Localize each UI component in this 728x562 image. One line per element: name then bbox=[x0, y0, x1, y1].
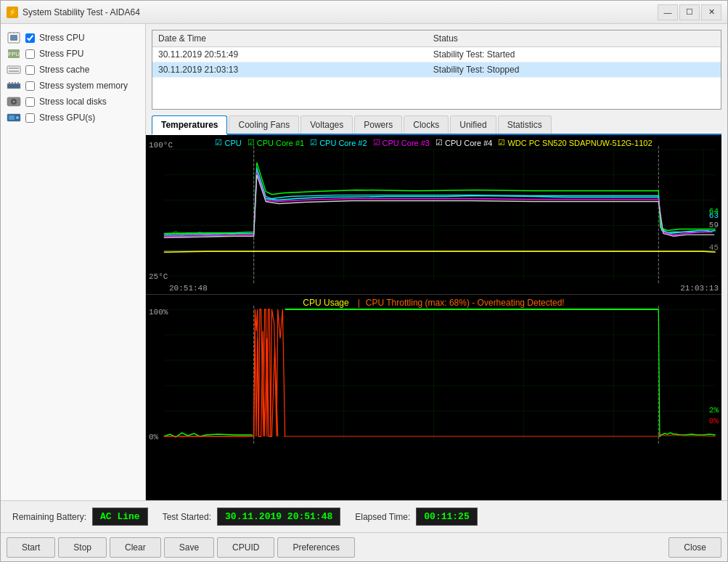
tab-clocks[interactable]: Clocks bbox=[404, 115, 449, 134]
tab-unified[interactable]: Unified bbox=[450, 115, 496, 134]
stress-fpu-item[interactable]: FPU Stress FPU bbox=[4, 46, 142, 62]
svg-rect-14 bbox=[17, 82, 19, 84]
cpuid-button[interactable]: CPUID bbox=[217, 537, 274, 558]
minimize-button[interactable]: — bbox=[658, 4, 678, 20]
legend-core2: ☑ CPU Core #2 bbox=[310, 138, 367, 147]
svg-point-17 bbox=[13, 101, 15, 103]
disk-icon bbox=[7, 96, 21, 107]
legend-core3-check: ☑ bbox=[373, 138, 380, 147]
legend-core4-check: ☑ bbox=[435, 138, 443, 147]
stop-button[interactable]: Stop bbox=[58, 537, 107, 558]
log-status-2: Stability Test: Stopped bbox=[428, 62, 721, 78]
right-panel: Date & Time Status 30.11.2019 20:51:49 S… bbox=[146, 24, 727, 500]
stress-gpu-label: Stress GPU(s) bbox=[39, 113, 95, 123]
legend-core1: ☑ CPU Core #1 bbox=[248, 138, 304, 147]
log-col-status: Status bbox=[428, 30, 721, 47]
stress-memory-label: Stress system memory bbox=[39, 81, 128, 91]
log-status-1: Stability Test: Started bbox=[428, 47, 721, 62]
svg-rect-1 bbox=[10, 35, 17, 41]
tab-cooling-fans[interactable]: Cooling Fans bbox=[229, 115, 299, 134]
legend-cpu-check: ☑ bbox=[215, 138, 222, 147]
legend-cpu: ☑ CPU bbox=[215, 138, 241, 147]
battery-status: Remaining Battery: AC Line bbox=[12, 508, 148, 526]
stress-gpu-checkbox[interactable] bbox=[25, 113, 35, 123]
stress-cache-label: Stress cache bbox=[39, 65, 89, 75]
log-datetime-2: 30.11.2019 21:03:13 bbox=[152, 62, 428, 78]
log-datetime-1: 30.11.2019 20:51:49 bbox=[152, 47, 428, 62]
test-started-value: 30.11.2019 20:51:48 bbox=[217, 508, 340, 526]
log-row[interactable]: 30.11.2019 20:51:49 Stability Test: Star… bbox=[152, 47, 721, 62]
titlebar-buttons: — ☐ ✕ bbox=[658, 4, 721, 20]
stress-disks-checkbox[interactable] bbox=[25, 97, 35, 107]
log-row[interactable]: 30.11.2019 21:03:13 Stability Test: Stop… bbox=[152, 62, 721, 78]
usage-chart-svg bbox=[146, 295, 721, 455]
usage-divider: | bbox=[358, 298, 360, 308]
legend-cpu-label: CPU bbox=[224, 139, 241, 147]
stress-fpu-label: Stress FPU bbox=[39, 49, 83, 59]
test-started-label: Test Started: bbox=[163, 512, 211, 522]
cache-icon bbox=[7, 64, 21, 76]
legend-wdc: ☑ WDC PC SN520 SDAPNUW-512G-1102 bbox=[498, 138, 652, 147]
clear-button[interactable]: Clear bbox=[110, 537, 161, 558]
stress-cpu-checkbox[interactable] bbox=[25, 33, 35, 43]
memory-icon bbox=[7, 80, 21, 91]
stress-cpu-label: Stress CPU bbox=[39, 33, 85, 43]
elapsed-value: 00:11:25 bbox=[416, 508, 477, 526]
close-window-button[interactable]: ✕ bbox=[701, 4, 721, 20]
legend-wdc-label: WDC PC SN520 SDAPNUW-512G-1102 bbox=[507, 139, 652, 147]
tab-powers[interactable]: Powers bbox=[354, 115, 402, 134]
stress-memory-checkbox[interactable] bbox=[25, 81, 35, 91]
elapsed-label: Elapsed Time: bbox=[355, 512, 410, 522]
stress-memory-item[interactable]: Stress system memory bbox=[4, 78, 142, 94]
log-col-datetime: Date & Time bbox=[152, 30, 428, 47]
tab-bar: Temperatures Cooling Fans Voltages Power… bbox=[152, 115, 721, 135]
close-button[interactable]: Close bbox=[668, 537, 721, 558]
gpu-icon bbox=[7, 112, 21, 123]
preferences-button[interactable]: Preferences bbox=[277, 537, 355, 558]
tab-statistics[interactable]: Statistics bbox=[498, 115, 552, 134]
app-icon: ⚡ bbox=[7, 7, 18, 18]
tab-voltages[interactable]: Voltages bbox=[300, 115, 353, 134]
temperature-chart: ☑ CPU ☑ CPU Core #1 ☑ CPU Core #2 bbox=[146, 135, 721, 295]
battery-value: AC Line bbox=[92, 508, 148, 526]
elapsed-status: Elapsed Time: 00:11:25 bbox=[355, 508, 477, 526]
tabs-container: Temperatures Cooling Fans Voltages Power… bbox=[146, 115, 721, 500]
maximize-button[interactable]: ☐ bbox=[679, 4, 700, 20]
svg-point-20 bbox=[16, 116, 19, 119]
stress-cache-checkbox[interactable] bbox=[25, 65, 35, 75]
test-started-status: Test Started: 30.11.2019 20:51:48 bbox=[163, 508, 341, 526]
start-button[interactable]: Start bbox=[7, 537, 55, 558]
svg-rect-8 bbox=[9, 68, 19, 69]
fpu-icon: FPU bbox=[7, 48, 21, 60]
stress-fpu-checkbox[interactable] bbox=[25, 49, 35, 59]
svg-text:FPU: FPU bbox=[8, 51, 20, 57]
cpu-icon bbox=[7, 32, 21, 44]
legend-core4: ☑ CPU Core #4 bbox=[435, 138, 492, 147]
stress-gpu-item[interactable]: Stress GPU(s) bbox=[4, 110, 142, 126]
main-content: Stress CPU FPU Stress FPU bbox=[1, 24, 727, 500]
left-panel: Stress CPU FPU Stress FPU bbox=[1, 24, 146, 500]
usage-throttle-label: CPU Throttling (max: 68%) - Overheating … bbox=[366, 298, 565, 308]
usage-chart: CPU Usage | CPU Throttling (max: 68%) - … bbox=[146, 295, 721, 455]
save-button[interactable]: Save bbox=[164, 537, 214, 558]
legend-core2-label: CPU Core #2 bbox=[319, 139, 367, 147]
svg-rect-9 bbox=[9, 70, 19, 72]
stress-disks-item[interactable]: Stress local disks bbox=[4, 94, 142, 110]
svg-rect-12 bbox=[12, 82, 13, 84]
stress-cpu-item[interactable]: Stress CPU bbox=[4, 30, 142, 46]
battery-label: Remaining Battery: bbox=[12, 512, 86, 522]
main-window: ⚡ System Stability Test - AIDA64 — ☐ ✕ bbox=[0, 0, 728, 562]
legend-core2-check: ☑ bbox=[310, 138, 317, 147]
log-table-container: Date & Time Status 30.11.2019 20:51:49 S… bbox=[152, 30, 721, 110]
window-title: System Stability Test - AIDA64 bbox=[23, 7, 658, 17]
legend-core3: ☑ CPU Core #3 bbox=[373, 138, 430, 147]
titlebar: ⚡ System Stability Test - AIDA64 — ☐ ✕ bbox=[1, 1, 727, 24]
svg-rect-19 bbox=[9, 115, 15, 120]
legend-core1-check: ☑ bbox=[248, 138, 255, 147]
tab-temperatures[interactable]: Temperatures bbox=[152, 115, 227, 135]
stress-cache-item[interactable]: Stress cache bbox=[4, 62, 142, 78]
temp-legend: ☑ CPU ☑ CPU Core #1 ☑ CPU Core #2 bbox=[215, 138, 652, 147]
log-table: Date & Time Status 30.11.2019 20:51:49 S… bbox=[152, 30, 721, 78]
temp-chart-svg bbox=[146, 135, 721, 294]
svg-rect-11 bbox=[9, 82, 10, 84]
